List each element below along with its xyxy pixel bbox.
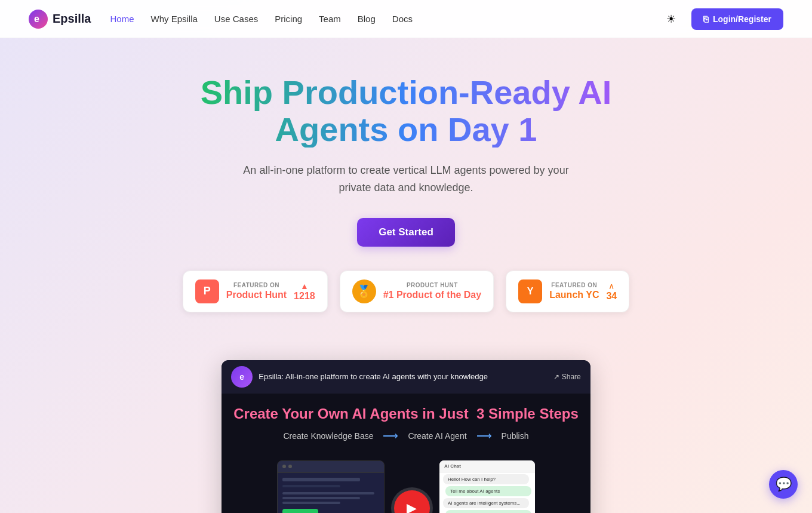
yc-label-small: FEATURED ON — [549, 282, 599, 288]
ph-arrow-icon: ▲ — [300, 281, 309, 291]
dot2 — [288, 465, 292, 468]
hero-subtitle-line2: private data and knowledge. — [339, 182, 473, 193]
chat-msg-4: Thanks! — [445, 510, 531, 513]
badge-product-of-day[interactable]: 🏅 PRODUCT HUNT #1 Product of the Day — [340, 271, 494, 312]
video-section: e Epsilla: All-in-one platform to create… — [210, 360, 602, 513]
ph-label-small: FEATURED ON — [226, 282, 287, 288]
step3-label: Publish — [502, 431, 529, 441]
yc-letter: Y — [527, 286, 534, 297]
step2-label: Create AI Agent — [408, 431, 466, 441]
hero-title: Ship Production-Ready AI Agents on Day 1 — [179, 74, 633, 148]
logo[interactable]: e Epsilla — [29, 10, 91, 29]
badge-launch-yc[interactable]: Y FEATURED ON Launch YC ∧ 34 — [506, 271, 629, 312]
video-inner-text: Create Your Own AI Agents in Just — [233, 406, 468, 422]
medal-icon: 🏅 — [352, 279, 376, 303]
nav-blog[interactable]: Blog — [358, 14, 376, 24]
product-hunt-icon: P — [195, 279, 219, 303]
navbar-left: e Epsilla Home Why Epsilla Use Cases Pri… — [29, 10, 413, 29]
pod-label-main: #1 Product of the Day — [383, 290, 481, 300]
video-header: e Epsilla: All-in-one platform to create… — [222, 360, 590, 394]
badge-row: P FEATURED ON Product Hunt ▲ 1218 🏅 PROD… — [179, 271, 633, 312]
ph-label-main: Product Hunt — [226, 290, 287, 300]
mock-line-5 — [282, 502, 340, 504]
get-started-button[interactable]: Get Started — [357, 218, 455, 247]
theme-toggle-button[interactable]: ☀ — [660, 8, 682, 30]
yc-arrow-icon: ∧ — [608, 281, 614, 291]
login-register-button[interactable]: ⎘ Login/Register — [691, 8, 783, 30]
play-icon: ▶ — [407, 500, 417, 513]
step1-label: Create Knowledge Base — [283, 431, 373, 441]
nav-why-epsilla[interactable]: Why Epsilla — [151, 14, 198, 24]
login-label: Login/Register — [713, 14, 771, 24]
chat-widget-icon: 💬 — [776, 477, 792, 492]
video-inner-highlight: 3 Simple Steps — [476, 406, 579, 422]
chat-messages: Hello! How can I help? Tell me about AI … — [439, 474, 535, 513]
hero-content: Ship Production-Ready AI Agents on Day 1… — [167, 38, 645, 360]
hero-section: Ship Production-Ready AI Agents on Day 1… — [0, 0, 812, 513]
logo-icon: e — [29, 10, 48, 29]
video-steps: Create Knowledge Base ⟶ Create AI Agent … — [283, 429, 528, 443]
logo-text: Epsilla — [53, 12, 91, 26]
svg-text:e: e — [34, 14, 39, 24]
yc-count-group: ∧ 34 — [606, 281, 617, 302]
dot1 — [282, 465, 286, 468]
hero-subtitle-line1: An all-in-one platform to create vertica… — [243, 164, 568, 176]
ph-letter: P — [204, 285, 211, 297]
mockup-bar-left — [278, 461, 384, 473]
yc-count: 34 — [606, 291, 617, 302]
chat-widget-button[interactable]: 💬 — [769, 470, 798, 499]
chat-header: AI Chat — [439, 460, 535, 472]
chat-msg-3: AI agents are intelligent systems... — [443, 498, 529, 508]
login-icon: ⎘ — [703, 14, 708, 24]
navbar-right: ☀ ⎘ Login/Register — [660, 8, 783, 30]
nav-home[interactable]: Home — [110, 14, 134, 24]
badge-product-hunt[interactable]: P FEATURED ON Product Hunt ▲ 1218 — [183, 271, 328, 312]
step2-arrow-icon: ⟶ — [476, 429, 492, 443]
mockup-chat-screenshot: AI Chat Hello! How can I help? Tell me a… — [439, 460, 535, 513]
nav-pricing[interactable]: Pricing — [275, 14, 302, 24]
chat-msg-1: Hello! How can I help? — [443, 474, 529, 484]
video-inner-title: Create Your Own AI Agents in Just 3 Simp… — [233, 406, 578, 422]
mock-btn — [282, 509, 318, 513]
yc-text-group: FEATURED ON Launch YC — [549, 282, 599, 300]
mockup-lines-left — [278, 473, 384, 513]
yc-label-main: Launch YC — [549, 290, 599, 300]
channel-avatar: e — [231, 366, 253, 388]
mock-line-2 — [282, 485, 340, 487]
share-label: Share — [562, 373, 581, 381]
ph-count: 1218 — [294, 291, 315, 302]
video-player[interactable]: e Epsilla: All-in-one platform to create… — [222, 360, 590, 513]
share-button[interactable]: ↗ Share — [553, 373, 581, 381]
sun-icon: ☀ — [666, 13, 676, 26]
mock-line-4 — [282, 497, 360, 499]
hero-subtitle: An all-in-one platform to create vertica… — [179, 162, 633, 196]
ph-text-group: FEATURED ON Product Hunt — [226, 282, 287, 300]
nav-links: Home Why Epsilla Use Cases Pricing Team … — [110, 14, 413, 24]
video-body: Create Your Own AI Agents in Just 3 Simp… — [222, 394, 590, 513]
channel-initial: e — [239, 372, 244, 382]
nav-team[interactable]: Team — [319, 14, 341, 24]
nav-docs[interactable]: Docs — [392, 14, 413, 24]
navbar: e Epsilla Home Why Epsilla Use Cases Pri… — [0, 0, 812, 38]
chat-header-text: AI Chat — [444, 463, 461, 469]
yc-icon: Y — [518, 279, 542, 303]
pod-text-group: PRODUCT HUNT #1 Product of the Day — [383, 282, 481, 300]
chat-msg-2: Tell me about AI agents — [445, 486, 531, 496]
play-button[interactable]: ▶ — [394, 490, 430, 513]
video-title: Epsilla: All-in-one platform to create A… — [259, 372, 547, 381]
pod-label-small: PRODUCT HUNT — [383, 282, 481, 288]
mock-line-3 — [282, 492, 374, 494]
share-icon: ↗ — [553, 373, 559, 381]
step1-arrow-icon: ⟶ — [383, 429, 398, 443]
ph-count-group: ▲ 1218 — [294, 281, 315, 302]
mockup-form-screenshot — [277, 460, 385, 513]
video-mockup-area: ▶ AI Chat Hello! How can I help? Tell me… — [233, 454, 578, 513]
nav-use-cases[interactable]: Use Cases — [214, 14, 258, 24]
mock-line-1 — [282, 478, 360, 481]
